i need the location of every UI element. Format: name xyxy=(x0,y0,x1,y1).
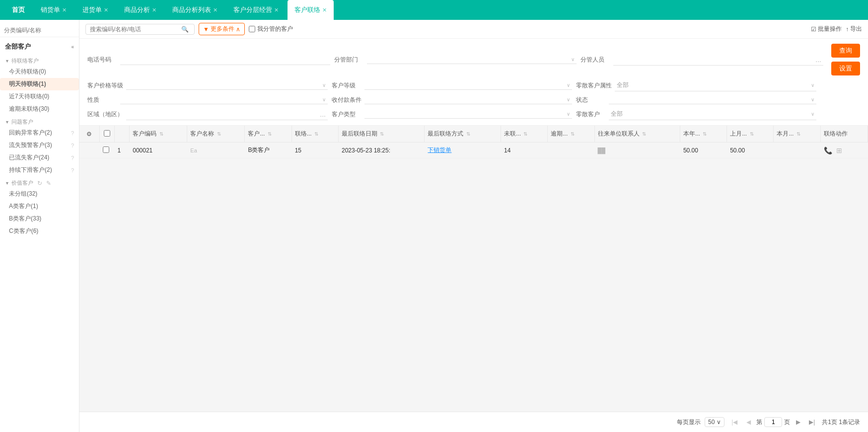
dept-chevron-icon: ∨ xyxy=(571,57,575,62)
filter-nature-select[interactable]: ∨ xyxy=(120,95,328,104)
sidebar-item-type-c[interactable]: C类客户(6) xyxy=(0,225,79,237)
th-this-month[interactable]: 本月... ⇅ xyxy=(774,126,820,143)
th-last-contact-date[interactable]: 最后联络日期 ⇅ xyxy=(338,126,424,143)
sidebar-item-today[interactable]: 今天待联络(0) xyxy=(0,66,79,78)
query-btn[interactable]: 查询 xyxy=(831,44,860,58)
th-unit-contact[interactable]: 往来单位联系人 ⇅ xyxy=(594,126,680,143)
th-code[interactable]: 客户编码 ⇅ xyxy=(130,126,187,143)
nav-home[interactable]: 首页 xyxy=(5,0,32,20)
my-customers-checkbox-label[interactable]: 我分管的客户 xyxy=(249,25,293,33)
td-this-month xyxy=(774,143,820,158)
sidebar-item-overdue[interactable]: 逾期未联络(30) xyxy=(0,103,79,115)
top-nav: 首页 销货单 ✕ 进货单 ✕ 商品分析 ✕ 商品分析列表 ✕ 客户分层经营 ✕ … xyxy=(0,0,868,20)
manager-dots-icon[interactable]: ... xyxy=(815,56,821,64)
select-all-checkbox[interactable] xyxy=(104,130,110,137)
filter-manager-select[interactable]: ... xyxy=(613,54,823,66)
help-icon-churn-warning[interactable]: ? xyxy=(71,143,74,148)
sidebar-item-week[interactable]: 近7天待联络(0) xyxy=(0,90,79,103)
sidebar-item-churned[interactable]: 已流失客户(24) ? xyxy=(0,151,79,164)
sidebar-item-type-a[interactable]: A类客户(1) xyxy=(0,200,79,213)
th-contact[interactable]: 联络... ⇅ xyxy=(291,126,338,143)
filter-region-select[interactable]: ... xyxy=(126,109,328,120)
th-last-month[interactable]: 上月... ⇅ xyxy=(727,126,774,143)
help-icon-churned[interactable]: ? xyxy=(71,155,74,161)
sidebar-item-ungrouped[interactable]: 未分组(32) xyxy=(0,188,79,200)
page-size-select[interactable]: 50 ∨ xyxy=(705,417,724,427)
th-not-contacted[interactable]: 未联... ⇅ xyxy=(501,126,548,143)
prev-page-btn[interactable]: ◀ xyxy=(742,416,754,428)
batch-action-btn[interactable]: ☑ 批量操作 xyxy=(811,25,842,33)
th-name[interactable]: 客户名称 ⇅ xyxy=(187,126,245,143)
filter-retail-select[interactable]: 全部 ∨ xyxy=(609,108,816,120)
td-last-contact-date: 2023-05-23 18:25: xyxy=(338,143,424,158)
sidebar-all-customers[interactable]: 全部客户 « xyxy=(0,39,79,54)
td-last-contact-method[interactable]: 下销货单 xyxy=(425,143,501,158)
th-overdue[interactable]: 逾期... ⇅ xyxy=(548,126,594,143)
th-type[interactable]: 客户... ⇅ xyxy=(245,126,291,143)
last-page-btn[interactable]: ▶| xyxy=(806,416,818,428)
td-checkbox[interactable] xyxy=(99,143,114,158)
row-checkbox[interactable] xyxy=(103,146,109,153)
filter-phone-label: 电话号码 xyxy=(87,56,117,64)
page-number-input[interactable] xyxy=(764,417,782,427)
retail-attr-chevron-icon: ∨ xyxy=(811,82,814,88)
nav-close-product-analysis[interactable]: ✕ xyxy=(152,7,156,13)
help-icon-declining[interactable]: ? xyxy=(71,167,74,173)
nav-close-purchase[interactable]: ✕ xyxy=(104,7,108,13)
nav-close-customer-segment[interactable]: ✕ xyxy=(274,7,279,13)
filter-customer-type: 客户类型 ∨ xyxy=(332,110,572,119)
filter-retail-attr-select[interactable]: 全部 ∨ xyxy=(615,79,816,91)
filter-phone-input[interactable] xyxy=(120,55,330,65)
sidebar-item-churn-warning[interactable]: 流失预警客户(3) ? xyxy=(0,139,79,151)
th-settings[interactable]: ⚙ xyxy=(79,126,99,143)
filter-payment-select[interactable]: ∨ xyxy=(364,95,572,104)
toolbar-search-icon[interactable]: 🔍 xyxy=(181,26,189,33)
sort-type-icon: ⇅ xyxy=(268,131,272,137)
next-page-btn[interactable]: ▶ xyxy=(792,416,804,428)
filter-customer-type-select[interactable]: ∨ xyxy=(364,110,572,119)
filter-dept-select[interactable]: ∨ xyxy=(367,55,577,64)
filter-manager-label: 分管人员 xyxy=(580,56,610,64)
more-conditions-btn[interactable]: ▼ 更多条件 ∧ xyxy=(199,23,245,35)
help-icon-repurchase[interactable]: ? xyxy=(71,130,74,136)
sidebar-item-declining[interactable]: 持续下滑客户(2) ? xyxy=(0,164,79,176)
nav-product-analysis-list[interactable]: 商品分析列表 ✕ xyxy=(165,0,224,20)
grid-action-icon[interactable]: ⊞ xyxy=(836,146,842,154)
nav-close-sales[interactable]: ✕ xyxy=(62,7,67,13)
value-refresh-icon[interactable]: ↻ xyxy=(37,180,42,187)
page-suffix: 页 xyxy=(784,418,790,427)
nav-customer-segment[interactable]: 客户分层经营 ✕ xyxy=(226,0,286,20)
nav-close-customer-contact[interactable]: ✕ xyxy=(322,7,327,13)
filter-customer-level-label: 客户等级 xyxy=(332,81,362,90)
sidebar-item-tomorrow[interactable]: 明天待联络(1) xyxy=(0,78,79,90)
reset-btn[interactable]: 设置 xyxy=(831,62,860,75)
page-size-chevron-icon: ∨ xyxy=(717,419,721,426)
value-edit-icon[interactable]: ✎ xyxy=(46,180,51,187)
nav-customer-contact[interactable]: 客户联络 ✕ xyxy=(288,0,334,20)
status-chevron-icon: ∨ xyxy=(811,97,814,102)
my-customers-checkbox[interactable] xyxy=(249,26,255,32)
toolbar-search-input[interactable] xyxy=(90,26,179,33)
td-unit-contact: ██ xyxy=(594,143,680,158)
th-this-year[interactable]: 本年... ⇅ xyxy=(680,126,726,143)
sidebar-item-type-b[interactable]: B类客户(33) xyxy=(0,213,79,225)
last-contact-method-link[interactable]: 下销货单 xyxy=(428,146,451,153)
filter-price-level-select[interactable]: ∨ xyxy=(126,81,328,90)
filter-payment: 收付款条件 ∨ xyxy=(332,95,572,104)
first-page-btn[interactable]: |◀ xyxy=(728,416,740,428)
nav-sales[interactable]: 销货单 ✕ xyxy=(34,0,73,20)
sidebar-search-input[interactable] xyxy=(4,27,78,34)
nav-close-product-analysis-list[interactable]: ✕ xyxy=(213,7,217,13)
export-btn[interactable]: ↑ 导出 xyxy=(846,25,862,33)
filter-status-select[interactable]: ∨ xyxy=(609,95,816,104)
th-checkbox[interactable] xyxy=(99,126,114,143)
action-icons-container: 📞 ⊞ xyxy=(824,146,865,154)
nav-purchase[interactable]: 进货单 ✕ xyxy=(75,0,115,20)
region-dots-icon[interactable]: ... xyxy=(320,110,326,118)
th-last-contact-method[interactable]: 最后联络方式 ⇅ xyxy=(425,126,501,143)
nav-product-analysis[interactable]: 商品分析 ✕ xyxy=(117,0,163,20)
sidebar-collapse-icon[interactable]: « xyxy=(71,44,74,50)
phone-action-icon[interactable]: 📞 xyxy=(824,146,832,154)
filter-customer-level-select[interactable]: ∨ xyxy=(364,81,572,90)
sidebar-item-repurchase[interactable]: 回购异常客户(2) ? xyxy=(0,127,79,139)
